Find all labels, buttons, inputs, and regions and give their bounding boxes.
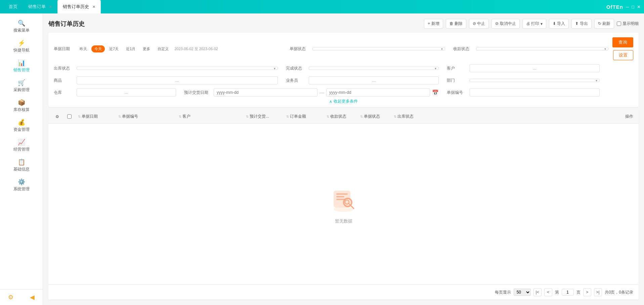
sidebar-item-purchase-label: 采购管理 xyxy=(13,87,30,93)
filter-delivery-date: 预计交货日期 — 📅 xyxy=(184,88,439,97)
tab-home-label: 首页 xyxy=(9,4,17,10)
settings-bottom-icon[interactable]: ⚙ xyxy=(8,294,13,301)
tabs-container: 首页 销售订单 ✕ 销售订单历史 ✕ xyxy=(3,0,101,13)
th-out[interactable]: ⇅ 出库状态 xyxy=(391,110,431,123)
dept-select[interactable]: ▾ xyxy=(470,79,600,82)
out-status-select[interactable]: ▾ xyxy=(77,67,278,70)
sidebar-item-search[interactable]: 🔍 搜索菜单 xyxy=(0,16,43,36)
page-size-select[interactable]: 50 10 20 100 xyxy=(514,289,531,296)
date-tag-today[interactable]: 今天 xyxy=(91,45,105,52)
print-btn[interactable]: 🖨 打印 ▾ xyxy=(522,19,546,29)
th-customer-label: 客户 xyxy=(182,114,190,119)
voucher-status-select[interactable]: ▾ xyxy=(312,47,445,50)
th-amount[interactable]: ⇅ 订单金额 xyxy=(284,110,324,123)
delivery-date-label: 预计交货日期 xyxy=(184,90,211,96)
print-arrow: ▾ xyxy=(541,22,543,26)
collapse-sidebar-icon[interactable]: ◀ xyxy=(30,294,35,301)
select-all-checkbox[interactable] xyxy=(67,114,72,119)
salesperson-btn[interactable]: ... xyxy=(309,76,439,84)
top-bar-right: OfTEn ─ □ ✕ xyxy=(606,4,641,10)
filter-row-2: 出库状态 ▾ 完成状态 ▾ 客户 ... xyxy=(54,64,633,72)
voucher-no-input[interactable] xyxy=(470,88,600,97)
collapse-icon: ∧ xyxy=(329,99,332,104)
window-minimize-btn[interactable]: ─ xyxy=(626,4,629,9)
query-btn[interactable]: 查询 xyxy=(612,37,633,47)
top-bar: 首页 销售订单 ✕ 销售订单历史 ✕ OfTEn ─ □ ✕ xyxy=(0,0,644,13)
sidebar-item-sales[interactable]: 📊 销售管理 xyxy=(0,56,43,76)
th-delivery[interactable]: ⇅ 预计交货... xyxy=(243,110,284,123)
system-icon: ⚙️ xyxy=(18,179,25,185)
refresh-btn[interactable]: ↻ 刷新 xyxy=(594,19,614,29)
sidebar-item-basic-info[interactable]: 📋 基础信息 xyxy=(0,155,43,175)
first-page-btn[interactable]: |< xyxy=(533,288,542,296)
tab-sales-order[interactable]: 销售订单 ✕ xyxy=(23,0,57,13)
sort-icon-receipt: ⇅ xyxy=(327,115,329,118)
page-size-label: 每页显示 xyxy=(495,290,511,295)
tab-sales-order-close[interactable]: ✕ xyxy=(49,5,52,9)
th-operation: 操作 xyxy=(431,110,636,123)
sidebar-item-finance[interactable]: 💰 资金管理 xyxy=(0,115,43,135)
sidebar-item-purchase[interactable]: 🛒 采购管理 xyxy=(0,76,43,96)
filter-row-3: 商品 ... 业务员 ... 部门 ▾ xyxy=(54,76,633,84)
th-amount-label: 订单金额 xyxy=(290,114,306,119)
delete-btn[interactable]: 🗑 删除 xyxy=(446,19,466,29)
setting-btn[interactable]: 设置 xyxy=(613,50,633,60)
delivery-date-end-input[interactable] xyxy=(326,88,430,97)
dept-label: 部门 xyxy=(447,78,467,83)
goods-btn[interactable]: ... xyxy=(77,76,278,84)
empty-state: 暂无数据 xyxy=(327,184,360,224)
current-page-input[interactable] xyxy=(562,289,574,296)
collapse-row[interactable]: ∧ 收起更多条件 xyxy=(54,98,633,104)
sidebar-item-inventory[interactable]: 📦 库存核算 xyxy=(0,96,43,115)
show-detail-checkbox-label[interactable]: 显示明细 xyxy=(617,21,639,27)
next-page-btn[interactable]: > xyxy=(583,288,591,296)
show-detail-checkbox[interactable] xyxy=(617,22,621,26)
th-status-label: 单据状态 xyxy=(364,114,380,119)
customer-btn[interactable]: ... xyxy=(470,64,600,72)
th-receipt[interactable]: ⇅ 收款状态 xyxy=(324,110,357,123)
receipt-status-select[interactable]: ▾ xyxy=(476,47,608,50)
th-customer[interactable]: ⇅ 客户 xyxy=(176,110,243,123)
window-maximize-btn[interactable]: □ xyxy=(632,4,634,9)
sidebar-item-management[interactable]: 📈 经营管理 xyxy=(0,135,43,155)
warehouse-btn[interactable]: ... xyxy=(77,88,176,97)
window-close-btn[interactable]: ✕ xyxy=(637,4,641,9)
date-tag-1month[interactable]: 近1月 xyxy=(123,45,138,52)
tab-sales-order-history[interactable]: 销售订单历史 ✕ xyxy=(57,0,101,13)
th-num[interactable]: ⇅ 单据编号 xyxy=(116,110,176,123)
salesperson-label: 业务员 xyxy=(286,78,306,83)
collapse-label: 收起更多条件 xyxy=(334,99,358,104)
filter-row-1: 单据日期 昨天 今天 近7天 近1月 更多 自定义 2023-06-02 至 2… xyxy=(54,37,633,60)
complete-status-select[interactable]: ▾ xyxy=(309,67,439,70)
th-out-label: 出库状态 xyxy=(397,114,414,119)
th-date[interactable]: ⇅ 单据日期 xyxy=(75,110,116,123)
sidebar: 🔍 搜索菜单 ⚡ 快捷导航 📊 销售管理 🛒 采购管理 📦 库存核算 💰 资金管… xyxy=(0,13,43,305)
th-status[interactable]: ⇅ 单据状态 xyxy=(357,110,391,123)
page-title: 销售订单历史 xyxy=(48,20,85,28)
toolbar: + 新增 🗑 删除 ⊘ 中止 ⊘ 取消中止 🖨 打印 ▾ ⬇ 导入 ⬆ 导出 ↻… xyxy=(424,19,639,29)
delivery-date-start-input[interactable] xyxy=(214,88,317,97)
date-tag-yesterday[interactable]: 昨天 xyxy=(77,45,90,52)
date-tag-more[interactable]: 更多 xyxy=(140,45,153,52)
delivery-calendar-icon[interactable]: 📅 xyxy=(432,89,439,96)
prev-page-btn[interactable]: < xyxy=(544,288,552,296)
export-btn[interactable]: ⬆ 导出 xyxy=(571,19,591,29)
sidebar-item-system[interactable]: ⚙️ 系统管理 xyxy=(0,175,43,195)
date-tag-custom[interactable]: 自定义 xyxy=(155,45,172,52)
filter-section: 单据日期 昨天 今天 近7天 近1月 更多 自定义 2023-06-02 至 2… xyxy=(48,33,639,107)
sidebar-item-basic-info-label: 基础信息 xyxy=(13,166,30,172)
last-page-btn[interactable]: >| xyxy=(594,288,602,296)
tab-sales-order-history-close[interactable]: ✕ xyxy=(92,5,95,9)
new-btn[interactable]: + 新增 xyxy=(424,19,443,29)
sidebar-item-finance-label: 资金管理 xyxy=(13,127,30,132)
management-icon: 📈 xyxy=(18,139,25,145)
stop-btn[interactable]: ⊘ 中止 xyxy=(469,19,489,29)
cancel-stop-btn[interactable]: ⊘ 取消中止 xyxy=(491,19,519,29)
th-settings[interactable]: ⚙ xyxy=(51,111,63,122)
import-btn[interactable]: ⬇ 导入 xyxy=(549,19,569,29)
sidebar-item-quick-nav[interactable]: ⚡ 快捷导航 xyxy=(0,36,43,56)
filter-complete-status: 完成状态 ▾ xyxy=(286,66,439,71)
th-checkbox[interactable] xyxy=(63,111,75,122)
date-tag-7days[interactable]: 近7天 xyxy=(106,45,122,52)
tab-home[interactable]: 首页 xyxy=(3,0,23,13)
